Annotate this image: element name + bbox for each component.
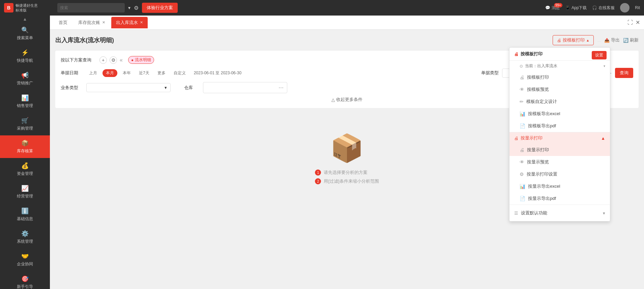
filter-settings-btn[interactable]: ⚙ (110, 56, 117, 64)
date-opt-7days[interactable]: 近7天 (136, 69, 152, 77)
phone-icon: 📱 (565, 5, 570, 10)
sidebar-label-search: 搜索菜单 (17, 35, 33, 41)
date-opt-more[interactable]: 更多 (155, 69, 168, 77)
search-input[interactable] (57, 3, 125, 12)
biz-type-select[interactable]: ▾ (86, 83, 171, 92)
preview-icon-1: 👁 (520, 87, 524, 92)
current-label: 当前：出入库流水 (525, 63, 557, 69)
app-download-btn[interactable]: 📱 App下载 (565, 5, 587, 11)
sidebar: ▲ 🔍 搜索菜单 ⚡ 快捷导航 📢 营销推广 📊 销售管理 🛒 采购管理 📦 库… (0, 16, 50, 289)
app-name: 畅捷通好生意 (16, 3, 38, 8)
step-2-text: 用[过滤]条件来缩小分析范围 (324, 178, 379, 184)
sidebar-label-guide: 新手引导 (17, 284, 33, 289)
export-pdf-display-label: 按显示导出pdf (528, 195, 556, 202)
logo-icon: B (4, 3, 13, 12)
dropdown-item-preview-display[interactable]: 👁 按显示预览 (509, 156, 610, 168)
refresh-btn[interactable]: 🔄 刷新 (623, 37, 639, 43)
app-version: 标准版 (16, 8, 38, 12)
date-opt-last-month[interactable]: 上月 (86, 69, 100, 77)
sidebar-label-marketing: 营销推广 (17, 80, 33, 86)
management-icon: 📈 (21, 185, 29, 192)
warehouse-more[interactable]: ··· (279, 84, 284, 91)
print-icon-2: 🖨 (520, 147, 524, 153)
search-icon: 🔍 (21, 26, 29, 34)
sidebar-item-guide[interactable]: 🎯 新手引导 (0, 271, 50, 289)
export-excel-template-label: 按模板导出excel (528, 111, 560, 117)
sidebar-item-marketing[interactable]: 📢 营销推广 (0, 68, 50, 90)
tab-fullscreen-btn[interactable]: ⛶ (627, 20, 633, 26)
default-chevron: ▾ (603, 211, 605, 216)
set-default-btn[interactable]: ☰ 设置默认功能 ▾ (514, 208, 605, 218)
sidebar-item-quicknav[interactable]: ⚡ 快捷导航 (0, 45, 50, 68)
logo-area: B 畅捷通好生意 标准版 (4, 3, 54, 13)
export-btn[interactable]: 📤 导出 (604, 37, 620, 43)
excel-icon-1: 📊 (520, 111, 525, 116)
dropdown-item-export-pdf-template[interactable]: 📄 按模板导出pdf (509, 120, 610, 132)
message-icon: 💬 (545, 5, 550, 10)
sidebar-scroll-up[interactable]: ▲ (0, 16, 50, 22)
flow-tag[interactable]: ● 流水明细 (128, 56, 154, 64)
filter-add-btn[interactable]: + (99, 56, 107, 64)
sidebar-item-collab[interactable]: 🤝 企业协同 (0, 248, 50, 271)
tab-inventory-batch-close[interactable]: ✕ (102, 20, 105, 25)
filter-collapse-btn[interactable]: « (120, 57, 123, 63)
collapse-more-btn[interactable]: △ 收起更多条件 (331, 97, 362, 103)
trial-button[interactable]: 体验行业方案 (142, 3, 178, 13)
sub-header-icon: 🖨 (514, 136, 519, 141)
current-chevron: ▾ (604, 64, 605, 68)
dropdown-item-print-template[interactable]: 🖨 按模板打印 (509, 71, 610, 83)
export-label: 导出 (611, 37, 620, 43)
sidebar-label-inventory: 库存核算 (17, 148, 33, 154)
sidebar-item-inventory[interactable]: 📦 库存核算 (0, 135, 50, 158)
dropdown-item-preview-template[interactable]: 👁 按模板预览 (509, 83, 610, 96)
print-display-label: 按显示打印 (527, 147, 549, 153)
finance-icon: 💰 (21, 162, 29, 169)
warehouse-select[interactable]: ··· (203, 82, 287, 93)
sidebar-item-management[interactable]: 📈 经营管理 (0, 181, 50, 203)
dropdown-item-print-settings[interactable]: ⚙ 按显示打印设置 (509, 168, 610, 180)
online-service-btn[interactable]: 🎧 在线客服 (592, 5, 615, 11)
filter-actions: + ⚙ « (99, 56, 123, 64)
default-icon: ☰ (514, 211, 518, 216)
system-icon: ⚙️ (21, 230, 29, 237)
date-opt-this-month[interactable]: 本月 (103, 69, 117, 77)
query-btn[interactable]: 查询 (615, 68, 633, 78)
dropdown-settings-btn[interactable]: 设置 (592, 51, 607, 59)
tab-flow[interactable]: 出入库流水 ✕ (111, 17, 148, 28)
sidebar-item-system[interactable]: ⚙️ 系统管理 (0, 226, 50, 248)
dropdown-sub-header[interactable]: 🖨 按显示打印 ▲ (509, 132, 610, 144)
dropdown-item-design-template[interactable]: ✏ 模板自定义设计 (509, 96, 610, 108)
dropdown-item-export-pdf-display[interactable]: 📄 按显示导出pdf (509, 192, 610, 205)
dropdown-item-export-excel-template[interactable]: 📊 按模板导出excel (509, 108, 610, 120)
printer-icon: 🖨 (557, 38, 561, 43)
dropdown-current[interactable]: ⊙ 当前：出入库流水 ▾ (509, 61, 610, 71)
tab-home[interactable]: 首页 (54, 17, 72, 28)
current-icon: ⊙ (520, 64, 523, 69)
collapse-label: 收起更多条件 (336, 97, 362, 103)
date-opt-this-year[interactable]: 本年 (120, 69, 134, 77)
app-download-label: App下载 (572, 5, 587, 11)
sidebar-item-search[interactable]: 🔍 搜索菜单 (0, 22, 50, 45)
dropdown-bottom: ☰ 设置默认功能 ▾ (509, 205, 610, 221)
tab-inventory-batch[interactable]: 库存批次账 ✕ (74, 17, 110, 28)
settings-icon[interactable]: ⚙ (134, 5, 139, 11)
dropdown-item-print-display[interactable]: 🖨 按显示打印 (509, 144, 610, 156)
page-title-actions: 🖨 按模板打印 ▲ ... 📤 导出 🔄 刷新 (553, 35, 639, 45)
empty-text: 1 请先选择要分析的方案 2 用[过滤]条件来缩小分析范围 (315, 169, 379, 187)
message-btn[interactable]: 💬 消息 99+ (545, 5, 560, 11)
sidebar-item-basic[interactable]: ℹ️ 基础信息 (0, 203, 50, 226)
dropdown-item-export-excel-display[interactable]: 📊 按显示导出excel (509, 180, 610, 192)
print-dropdown-panel: 🖨 按模板打印 ▲ ⊙ 当前：出入库流水 ▾ 🖨 按模板打印 (509, 47, 610, 221)
sidebar-item-finance[interactable]: 💰 资金管理 (0, 158, 50, 181)
avatar[interactable] (620, 3, 630, 12)
tab-close-all-btn[interactable]: ✕ (636, 19, 640, 26)
print-label: 按模板打印 (563, 37, 585, 43)
date-opt-custom[interactable]: 自定义 (171, 69, 188, 77)
sidebar-item-sales[interactable]: 📊 销售管理 (0, 90, 50, 113)
collapse-icon: △ (331, 97, 335, 102)
print-template-btn[interactable]: 🖨 按模板打印 ▲ (553, 35, 594, 45)
search-dropdown-btn[interactable]: ▾ (128, 5, 130, 10)
tab-flow-close[interactable]: ✕ (140, 20, 143, 25)
warehouse-label: 仓库 (184, 85, 198, 91)
sidebar-item-purchase[interactable]: 🛒 采购管理 (0, 113, 50, 135)
